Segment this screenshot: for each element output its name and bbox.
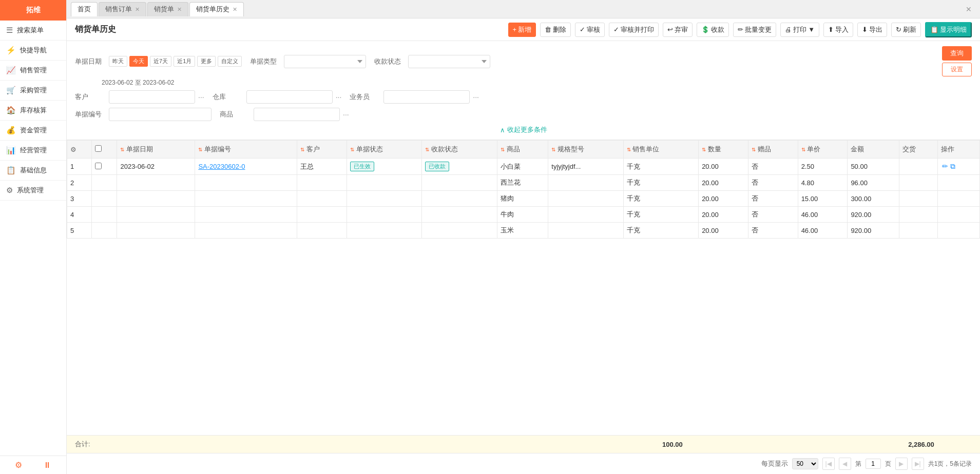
th-trade: 交货 xyxy=(899,141,938,159)
cell-doc-no[interactable]: SA-20230602-0 xyxy=(195,159,297,175)
select-all-checkbox[interactable] xyxy=(95,145,102,152)
th-customer[interactable]: ⇅ 客户 xyxy=(297,141,347,159)
sidebar-item-basic-info[interactable]: 📋 基础信息 xyxy=(0,161,66,181)
warehouse-dots[interactable]: ··· xyxy=(336,93,342,101)
doc-no-link[interactable]: SA-20230602-0 xyxy=(198,163,245,170)
tab-sales-goods[interactable]: 销货单 ✕ xyxy=(147,2,188,16)
cell-quantity: 20.00 xyxy=(699,191,748,207)
tab-sales-goods-close[interactable]: ✕ xyxy=(177,6,182,13)
th-sales-unit[interactable]: ⇅ 销售单位 xyxy=(623,141,698,159)
tab-sales-order[interactable]: 销售订单 ✕ xyxy=(99,2,146,16)
filter-group-date: 单据日期 昨天 今天 近7天 近1月 更多 自定义 xyxy=(75,56,242,67)
sidebar-item-search-menu[interactable]: ☰ 搜索菜单 xyxy=(0,21,66,41)
export-label: 导出 xyxy=(869,25,882,34)
cell-amount: 300.00 xyxy=(848,191,899,207)
delete-button[interactable]: 🗑 删除 xyxy=(540,23,571,37)
pay-status-select[interactable] xyxy=(408,55,490,68)
collect-button[interactable]: 💲 收款 xyxy=(697,23,729,37)
th-quantity[interactable]: ⇅ 数量 xyxy=(699,141,748,159)
date-custom-btn[interactable]: 自定义 xyxy=(218,56,242,67)
cell-row-num: 5 xyxy=(67,223,92,239)
gear-icon[interactable]: ⚙ xyxy=(70,146,76,153)
sidebar-item-ops-mgmt[interactable]: 📊 经营管理 xyxy=(0,141,66,161)
cell-amount: 920.00 xyxy=(848,207,899,223)
goods-dots[interactable]: ··· xyxy=(343,110,349,118)
export-button[interactable]: ⬇ 导出 xyxy=(857,23,887,37)
sidebar-item-quick-nav[interactable]: ⚡ 快捷导航 xyxy=(0,41,66,61)
th-gift[interactable]: ⇅ 赠品 xyxy=(748,141,798,159)
audit-button[interactable]: ✓ 审核 xyxy=(575,23,605,37)
collapse-arrow-icon: ∧ xyxy=(500,126,505,134)
customer-dots[interactable]: ··· xyxy=(198,93,204,101)
th-date[interactable]: ⇅ 单据日期 xyxy=(117,141,195,159)
sidebar-pause-icon[interactable]: ⏸ xyxy=(43,461,51,470)
cell-doc-no[interactable] xyxy=(195,223,297,239)
cell-doc-no[interactable] xyxy=(195,175,297,191)
cell-sales-unit: 千克 xyxy=(623,175,698,191)
cell-customer xyxy=(297,207,347,223)
sidebar-item-sales-mgmt[interactable]: 📈 销售管理 xyxy=(0,61,66,81)
th-unit-price[interactable]: ⇅ 单价 xyxy=(798,141,848,159)
doc-type-select[interactable] xyxy=(284,55,366,68)
sidebar-item-purchase-mgmt[interactable]: 🛒 采购管理 xyxy=(0,81,66,101)
th-doc-status[interactable]: ⇅ 单据状态 xyxy=(347,141,422,159)
date-7days-btn[interactable]: 近7天 xyxy=(150,56,171,67)
tab-sales-order-close[interactable]: ✕ xyxy=(135,6,140,13)
cell-spec xyxy=(548,223,623,239)
date-more-btn[interactable]: 更多 xyxy=(197,56,216,67)
per-page-select[interactable]: 50 100 200 xyxy=(792,458,818,469)
customer-label: 客户 xyxy=(75,92,106,102)
warehouse-input[interactable] xyxy=(246,90,333,104)
sidebar-item-inventory[interactable]: 🏠 库存核算 xyxy=(0,101,66,121)
cell-pay-status xyxy=(422,223,497,239)
page-input[interactable] xyxy=(866,459,881,469)
tab-sales-history-close[interactable]: ✕ xyxy=(233,6,237,13)
th-pay-status[interactable]: ⇅ 收款状态 xyxy=(422,141,497,159)
th-gear[interactable]: ⚙ xyxy=(67,141,92,159)
next-page-button[interactable]: ▶ xyxy=(895,458,908,470)
sort-icon: ⇅ xyxy=(627,147,631,152)
cell-doc-no[interactable] xyxy=(195,207,297,223)
salesperson-input[interactable] xyxy=(383,90,470,104)
import-button[interactable]: ⬆ 导入 xyxy=(823,23,853,37)
cell-gift: 否 xyxy=(748,159,798,175)
abandon-button[interactable]: ↩ 弃审 xyxy=(663,23,693,37)
sort-icon: ⇅ xyxy=(501,147,505,152)
prev-page-button[interactable]: ◀ xyxy=(839,458,851,470)
edit-row-button[interactable]: ✏ xyxy=(942,162,948,170)
customer-input[interactable] xyxy=(109,90,195,104)
display-detail-button[interactable]: 📋 显示明细 xyxy=(925,22,972,37)
sidebar-item-sys-mgmt[interactable]: ⚙ 系统管理 xyxy=(0,181,66,201)
collapse-button[interactable]: ∧ 收起更多条件 xyxy=(75,125,972,134)
date-1month-btn[interactable]: 近1月 xyxy=(174,56,195,67)
print-button[interactable]: 🖨 打印 ▼ xyxy=(780,23,819,37)
cell-row-num: 4 xyxy=(67,207,92,223)
copy-row-button[interactable]: ⧉ xyxy=(950,162,955,170)
date-today-btn[interactable]: 今天 xyxy=(129,56,148,67)
window-close-button[interactable]: ✕ xyxy=(964,5,974,13)
row-checkbox[interactable] xyxy=(95,163,102,169)
date-yesterday-btn[interactable]: 昨天 xyxy=(109,56,127,67)
tab-sales-history[interactable]: 销货单历史 ✕ xyxy=(189,2,244,16)
refresh-button[interactable]: ↻ 刷新 xyxy=(891,23,921,37)
th-doc-no[interactable]: ⇅ 单据编号 xyxy=(195,141,297,159)
last-page-button[interactable]: ▶| xyxy=(912,458,924,470)
th-goods[interactable]: ⇅ 商品 xyxy=(497,141,548,159)
goods-input[interactable] xyxy=(254,108,340,121)
audit-print-button[interactable]: ✓ 审核并打印 xyxy=(609,23,659,37)
tab-home[interactable]: 首页 xyxy=(71,2,98,16)
basic-info-icon: 📋 xyxy=(6,166,16,175)
doc-no-input[interactable] xyxy=(109,108,212,121)
sidebar-item-finance-mgmt[interactable]: 💰 资金管理 xyxy=(0,121,66,141)
batch-change-button[interactable]: ✏ 批量变更 xyxy=(733,23,776,37)
new-button[interactable]: + 新增 xyxy=(508,23,536,37)
cell-doc-no[interactable] xyxy=(195,191,297,207)
th-spec[interactable]: ⇅ 规格型号 xyxy=(548,141,623,159)
cell-goods: 猪肉 xyxy=(497,191,548,207)
cell-unit-price: 46.00 xyxy=(798,207,848,223)
first-page-button[interactable]: |◀ xyxy=(822,458,835,470)
sidebar-settings-icon[interactable]: ⚙ xyxy=(15,460,22,470)
set-button[interactable]: 设置 xyxy=(942,63,972,76)
salesperson-dots[interactable]: ··· xyxy=(473,93,479,101)
query-button[interactable]: 查询 xyxy=(942,46,972,61)
